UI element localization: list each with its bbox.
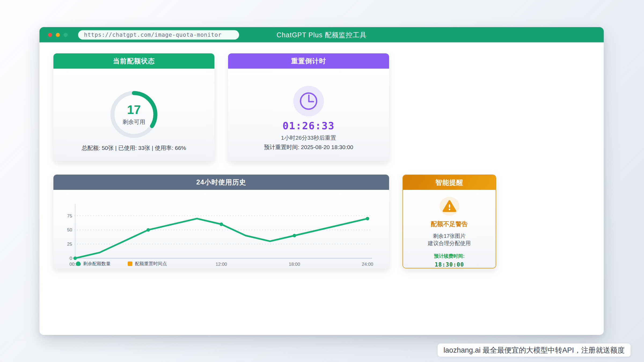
svg-text:25: 25 <box>67 242 72 247</box>
usage-chart: 025507500:0012:0018:0024:00 <box>53 190 388 268</box>
alert-line2: 建议合理分配使用 <box>428 240 471 247</box>
legend-quota-label: 剩余配额数量 <box>83 261 111 267</box>
history-card-title: 24小时使用历史 <box>53 175 389 190</box>
quota-remaining-value: 17 <box>127 104 141 116</box>
legend-item-reset[interactable]: 配额重置时间点 <box>128 261 167 267</box>
close-button[interactable] <box>48 33 52 37</box>
svg-text:12:00: 12:00 <box>216 262 227 267</box>
watermark: laozhang.ai 最全最便宜的大模型中转API，注册就送额度 <box>438 343 631 357</box>
alert-warning-title: 配额不足警告 <box>431 220 468 228</box>
alert-card-title: 智能提醒 <box>403 175 496 190</box>
traffic-lights <box>48 33 68 37</box>
chart-legend: 剩余配额数量 配额重置时间点 <box>76 261 167 267</box>
svg-text:50: 50 <box>67 227 72 232</box>
alert-line1: 剩余17张图片 <box>428 232 471 240</box>
renew-time-label: 预计续费时间: <box>434 253 465 259</box>
usage-history-card: 24小时使用历史 025507500:0012:0018:0024:00 剩余配… <box>53 175 389 268</box>
renew-time-value: 18:30:00 <box>435 261 464 268</box>
legend-item-quota[interactable]: 剩余配额数量 <box>76 261 111 267</box>
countdown-subtitle: 1小时26分33秒后重置 <box>281 134 336 142</box>
quota-remaining-label: 剩余可用 <box>123 118 145 126</box>
minimize-button[interactable] <box>56 33 60 37</box>
countdown-estimate: 预计重置时间: 2025-08-20 18:30:00 <box>264 143 353 151</box>
countdown-card-title: 重置倒计时 <box>228 53 389 69</box>
quota-status-card: 当前配额状态 17 剩余可用 总配额: 50张 | 已使用: 33张 | 使用率… <box>53 53 214 161</box>
legend-reset-square-icon <box>128 261 132 266</box>
quota-stats: 总配额: 50张 | 已使用: 33张 | 使用率: 66% <box>82 144 186 152</box>
url-input[interactable]: https://chatgpt.com/image-quota-monitor <box>78 30 239 39</box>
clock-icon <box>293 86 324 116</box>
quota-donut: 17 剩余可用 <box>108 89 159 140</box>
browser-window: https://chatgpt.com/image-quota-monitor … <box>39 27 604 335</box>
window-title: ChatGPT Plus 配额监控工具 <box>277 30 367 39</box>
maximize-button[interactable] <box>64 33 68 37</box>
legend-reset-label: 配额重置时间点 <box>135 261 167 267</box>
warning-icon <box>440 197 459 216</box>
smart-alert-card: 智能提醒 配额不足警告 剩余17张图片 建议合理分配使用 预计续费时间: 18:… <box>402 175 496 268</box>
quota-card-title: 当前配额状态 <box>53 53 214 69</box>
svg-text:18:00: 18:00 <box>289 262 300 267</box>
countdown-timer: 01:26:33 <box>283 120 335 132</box>
reset-countdown-card: 重置倒计时 01:26:33 1小时26分33秒后重置 预计重置时间: 2025… <box>228 53 389 161</box>
svg-text:75: 75 <box>67 213 72 219</box>
svg-text:24:00: 24:00 <box>362 262 373 267</box>
legend-quota-dot-icon <box>76 261 80 266</box>
browser-titlebar: https://chatgpt.com/image-quota-monitor … <box>39 27 604 42</box>
